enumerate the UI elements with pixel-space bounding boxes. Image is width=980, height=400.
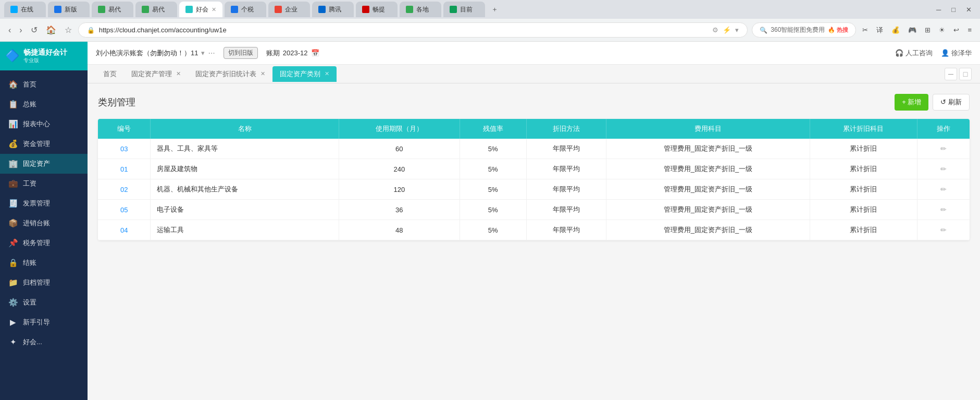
sidebar-item-archive[interactable]: 📁 归档管理	[0, 273, 88, 293]
guide-icon: ▶	[8, 318, 18, 327]
maximize-button[interactable]: □	[947, 4, 960, 16]
tab-label-6: 个税	[241, 5, 254, 14]
sidebar-item-tax[interactable]: 📌 税务管理	[0, 233, 88, 253]
close-icon-fixed-cat[interactable]: ✕	[325, 70, 329, 77]
wallet-icon[interactable]: 💰	[889, 26, 902, 34]
sidebar-item-invoice[interactable]: 🧾 发票管理	[0, 193, 88, 213]
edit-icon-0[interactable]: ✏	[940, 144, 947, 153]
user-avatar[interactable]: 👤 徐泽华	[941, 49, 972, 58]
brightness-icon[interactable]: ☀	[937, 26, 947, 34]
edit-icon-4[interactable]: ✏	[940, 226, 947, 234]
grid-icon[interactable]: ⊞	[923, 26, 933, 34]
period-info: 账期 2023-12 📅	[266, 49, 319, 58]
sidebar-item-ledger[interactable]: 📋 总账	[0, 94, 88, 114]
tab-fixed-depreciation[interactable]: 固定资产折旧统计表 ✕	[188, 66, 272, 82]
browser-address-bar: ‹ › ↺ 🏠 ☆ 🔒 https://cloud.chanjet.com/ac…	[0, 19, 980, 42]
forward-button[interactable]: ›	[17, 23, 24, 37]
sidebar-item-settings[interactable]: ⚙️ 设置	[0, 293, 88, 312]
sidebar-item-more[interactable]: ✦ 好会...	[0, 332, 88, 352]
minimize-button[interactable]: ─	[932, 4, 945, 16]
app-header: 刘小艳演示账套（勿删勿动！）11 ▾ ··· 切到旧版 账期 2023-12 📅…	[88, 42, 980, 65]
cell-residual-2: 5%	[460, 179, 526, 200]
sidebar-item-fixed-assets[interactable]: 🏢 固定资产	[0, 154, 88, 174]
sidebar-item-label-fixed-assets: 固定资产	[23, 159, 50, 168]
browser-tab-1[interactable]: 在线	[4, 2, 46, 17]
sidebar-item-closing[interactable]: 🔒 结账	[0, 253, 88, 273]
refresh-button[interactable]: ↺ 刷新	[933, 94, 970, 111]
dropdown-icon[interactable]: ▾	[735, 26, 739, 34]
cell-code-3[interactable]: 05	[98, 200, 151, 220]
reload-button[interactable]: ↺	[29, 23, 40, 37]
col-residual: 残值率	[460, 119, 526, 139]
cell-action-3: ✏	[917, 200, 970, 220]
menu-icon[interactable]: ≡	[965, 26, 974, 34]
minimize-page-button[interactable]: ─	[945, 68, 957, 80]
browser-tab-9[interactable]: 畅提	[356, 2, 398, 17]
maximize-page-button[interactable]: □	[959, 68, 972, 80]
sidebar-item-guide[interactable]: ▶ 新手引导	[0, 312, 88, 332]
home-icon: 🏠	[8, 80, 18, 89]
cell-code-2[interactable]: 02	[98, 179, 151, 200]
tab-fixed-category[interactable]: 固定资产类别 ✕	[272, 66, 337, 82]
dropdown-arrow-icon[interactable]: ▾	[201, 49, 205, 57]
sidebar-item-purchase-sale[interactable]: 📦 进销台账	[0, 213, 88, 233]
lightning-icon: ⚡	[723, 26, 731, 34]
translate-icon[interactable]: 译	[874, 26, 885, 35]
star-button[interactable]: ☆	[63, 23, 74, 37]
lock-icon: 🔒	[87, 27, 95, 34]
sidebar-item-label-purchase-sale: 进销台账	[23, 219, 50, 228]
game-icon[interactable]: 🎮	[906, 26, 919, 34]
more-options-icon[interactable]: ···	[208, 49, 215, 58]
close-icon-tab5[interactable]: ✕	[212, 6, 216, 13]
table-row: 03 器具、工具、家具等 60 5% 年限平均 管理费用_固定资产折旧_一级 累…	[98, 139, 970, 159]
settings-icon: ⚙️	[8, 298, 18, 307]
browser-tab-4[interactable]: 易代	[135, 2, 177, 17]
close-icon-fixed-dep[interactable]: ✕	[260, 70, 265, 77]
edit-icon-2[interactable]: ✏	[940, 185, 947, 193]
edit-icon-1[interactable]: ✏	[940, 165, 947, 173]
browser-tab-6[interactable]: 个税	[225, 2, 266, 17]
switch-version-button[interactable]: 切到旧版	[224, 47, 258, 59]
sidebar-item-reports[interactable]: 📊 报表中心	[0, 114, 88, 134]
tab-label-7: 企业	[285, 5, 297, 14]
tab-fixed-mgmt[interactable]: 固定资产管理 ✕	[124, 66, 188, 82]
tab-label-8: 腾讯	[329, 5, 341, 14]
service-button[interactable]: 🎧 人工咨询	[895, 49, 933, 58]
cell-code-4[interactable]: 04	[98, 220, 151, 240]
cell-code-0[interactable]: 03	[98, 139, 151, 159]
sidebar-item-label-guide: 新手引导	[23, 318, 50, 327]
browser-tab-7[interactable]: 企业	[268, 2, 310, 17]
back-button[interactable]: ‹	[6, 23, 13, 37]
table-header: 编号 名称 使用期限（月） 残值率 折旧方法 费用科目 累计折旧科目 操作	[98, 119, 970, 139]
tab-favicon-2	[54, 6, 61, 13]
add-button[interactable]: + 新增	[895, 94, 928, 111]
search-bar[interactable]: 🔍 360智能抠图免费用 🔥 热搜	[752, 22, 856, 38]
sidebar-item-capital[interactable]: 💰 资金管理	[0, 134, 88, 154]
home-button[interactable]: 🏠	[44, 23, 58, 37]
browser-tab-5[interactable]: 好会 ✕	[179, 2, 222, 17]
edit-icon-3[interactable]: ✏	[940, 205, 947, 214]
category-table: 编号 名称 使用期限（月） 残值率 折旧方法 费用科目 累计折旧科目 操作 03…	[98, 119, 970, 240]
cell-code-1[interactable]: 01	[98, 159, 151, 179]
cell-method-3: 年限平均	[526, 200, 606, 220]
browser-tab-10[interactable]: 各地	[400, 2, 441, 17]
new-tab-button[interactable]: ＋	[487, 3, 502, 16]
cell-name-3: 电子设备	[151, 200, 339, 220]
close-icon-fixed-mgmt[interactable]: ✕	[176, 70, 181, 77]
table-row: 01 房屋及建筑物 240 5% 年限平均 管理费用_固定资产折旧_一级 累计折…	[98, 159, 970, 179]
browser-tab-8[interactable]: 腾讯	[312, 2, 354, 17]
calendar-icon[interactable]: 📅	[311, 49, 319, 57]
browser-tab-11[interactable]: 目前	[443, 2, 485, 17]
undo-icon[interactable]: ↩	[951, 26, 961, 34]
sidebar-item-home[interactable]: 🏠 首页	[0, 75, 88, 94]
browser-tab-2[interactable]: 新版	[48, 2, 90, 17]
app-container: 🔷 畅捷通好会计 专业版 🏠 首页 📋 总账 📊 报表中心 💰 资金管理	[0, 42, 980, 400]
sidebar-item-label-payroll: 工资	[23, 179, 36, 188]
tab-home[interactable]: 首页	[96, 66, 124, 82]
sidebar-item-payroll[interactable]: 💼 工资	[0, 174, 88, 193]
url-bar[interactable]: 🔒 https://cloud.chanjet.com/accounting/u…	[78, 22, 748, 38]
cut-icon[interactable]: ✂	[860, 26, 870, 34]
browser-tab-3[interactable]: 易代	[92, 2, 133, 17]
sidebar-item-label-archive: 归档管理	[23, 278, 50, 287]
close-button[interactable]: ✕	[962, 4, 976, 16]
